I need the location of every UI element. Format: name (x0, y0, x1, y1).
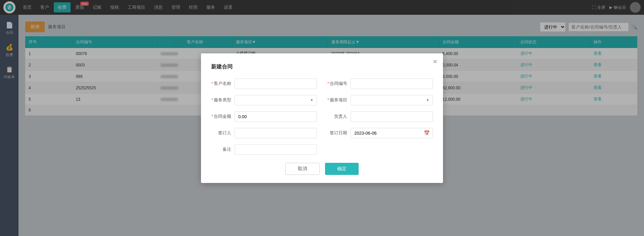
confirm-button[interactable]: 确定 (325, 163, 359, 175)
modal-title: 新建合同 (211, 63, 433, 70)
calendar-icon[interactable]: 📅 (424, 130, 430, 136)
customer-name-field: *客户名称 (211, 79, 317, 89)
required-star-2: * (327, 81, 329, 86)
modal-footer: 取消 确定 (211, 163, 433, 175)
sign-date-label: 签订日期 (327, 130, 347, 136)
sign-date-input[interactable] (351, 128, 433, 138)
modal-overlay: ✕ 新建合同 *客户名称 *合同编号 *服务类型 (0, 0, 644, 236)
responsible-input[interactable] (351, 111, 433, 122)
amount-label: *合同金额 (211, 113, 231, 120)
amount-field: *合同金额 (211, 111, 317, 122)
required-star-3: * (211, 97, 213, 102)
service-item-select-wrap: ▼ (351, 95, 433, 105)
service-type-label: *服务类型 (211, 97, 231, 103)
responsible-field: 负责人 (327, 111, 433, 122)
modal-close-button[interactable]: ✕ (433, 58, 438, 65)
service-item-select[interactable] (351, 95, 433, 105)
required-star-1: * (211, 81, 213, 86)
new-contract-modal: ✕ 新建合同 *客户名称 *合同编号 *服务类型 (201, 53, 443, 183)
service-item-label: *服务项目 (327, 97, 347, 103)
amount-input[interactable] (235, 111, 317, 122)
note-input[interactable] (235, 144, 317, 155)
contract-no-input[interactable] (351, 79, 433, 89)
form-row-5: 备注 (211, 144, 433, 155)
form-row-4: 签订人 签订日期 📅 (211, 128, 433, 138)
responsible-label: 负责人 (327, 113, 347, 120)
signer-label: 签订人 (211, 130, 231, 136)
service-item-field: *服务项目 ▼ (327, 95, 433, 105)
sign-date-field: 签订日期 📅 (327, 128, 433, 138)
required-star-4: * (327, 97, 329, 102)
note-label: 备注 (211, 146, 231, 152)
contract-no-field: *合同编号 (327, 79, 433, 89)
sign-date-wrap: 📅 (351, 128, 433, 138)
form-row-3: *合同金额 负责人 (211, 111, 433, 122)
contract-no-label: *合同编号 (327, 81, 347, 87)
form-row-2: *服务类型 ▼ *服务项目 ▼ (211, 95, 433, 105)
form-row-1: *客户名称 *合同编号 (211, 79, 433, 89)
service-type-select[interactable] (235, 95, 317, 105)
customer-name-label: *客户名称 (211, 81, 231, 87)
customer-name-input[interactable] (235, 79, 317, 89)
note-field: 备注 (211, 144, 317, 155)
service-type-field: *服务类型 ▼ (211, 95, 317, 105)
signer-field: 签订人 (211, 128, 317, 138)
required-star-5: * (211, 114, 213, 119)
signer-input[interactable] (235, 128, 317, 138)
cancel-button[interactable]: 取消 (285, 163, 320, 175)
service-type-select-wrap: ▼ (235, 95, 317, 105)
